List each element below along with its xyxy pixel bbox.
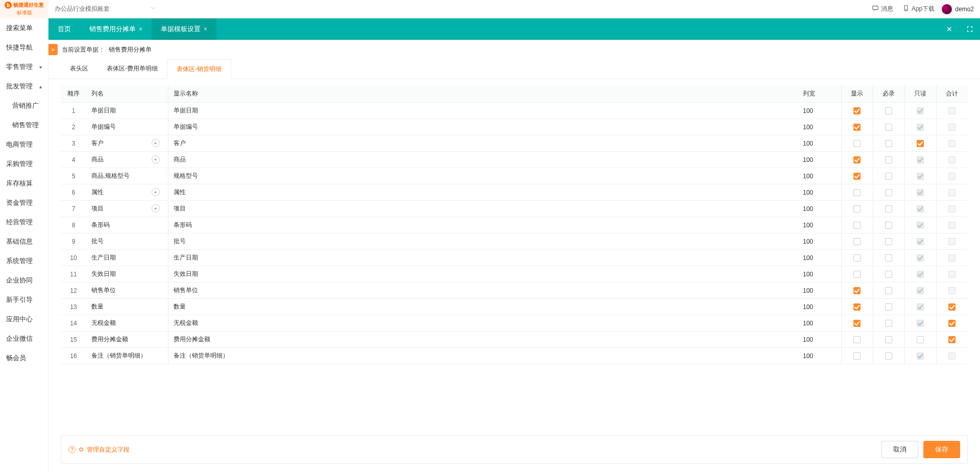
- checkbox[interactable]: [885, 205, 892, 213]
- sidebar-item[interactable]: 销售管理: [0, 115, 48, 135]
- checkbox[interactable]: [853, 271, 861, 278]
- tabs-close-all-button[interactable]: ✕: [939, 18, 960, 40]
- checkbox[interactable]: [885, 320, 892, 327]
- cell-dispname[interactable]: 备注（销货单明细）: [168, 348, 798, 364]
- cell-width[interactable]: 100: [798, 315, 841, 332]
- checkbox[interactable]: [853, 320, 861, 327]
- checkbox[interactable]: [885, 352, 892, 360]
- cell-width[interactable]: 100: [798, 152, 841, 168]
- sidebar-item[interactable]: 零售管理▾: [0, 57, 48, 77]
- sidebar-item[interactable]: 企业协同: [0, 271, 48, 290]
- checkbox[interactable]: [853, 336, 861, 343]
- cell-width[interactable]: 100: [798, 168, 841, 184]
- cell-dispname[interactable]: 客户: [168, 135, 798, 152]
- cell-width[interactable]: 100: [798, 119, 841, 135]
- checkbox[interactable]: [885, 222, 892, 229]
- sidebar-item[interactable]: 应用中心: [0, 310, 48, 329]
- cell-dispname[interactable]: 属性: [168, 184, 798, 201]
- cell-dispname[interactable]: 条形码: [168, 217, 798, 233]
- tab[interactable]: 单据模板设置×: [152, 18, 216, 40]
- cell-width[interactable]: 100: [798, 348, 841, 364]
- cell-dispname[interactable]: 费用分摊金额: [168, 332, 798, 348]
- checkbox[interactable]: [853, 238, 861, 245]
- checkbox[interactable]: [853, 254, 861, 262]
- sidebar-item[interactable]: 畅会员: [0, 348, 48, 368]
- fullscreen-button[interactable]: [960, 18, 980, 40]
- sidebar-item[interactable]: 经营管理: [0, 213, 48, 232]
- cell-width[interactable]: 100: [798, 103, 841, 119]
- messages-button[interactable]: 消息: [872, 5, 893, 13]
- checkbox[interactable]: [853, 287, 861, 294]
- checkbox[interactable]: [853, 124, 861, 131]
- checkbox[interactable]: [885, 107, 892, 114]
- tab[interactable]: 首页: [48, 18, 80, 40]
- cell-width[interactable]: 100: [798, 299, 841, 315]
- cell-width[interactable]: 100: [798, 217, 841, 233]
- close-icon[interactable]: ×: [139, 26, 142, 33]
- checkbox[interactable]: [885, 303, 892, 311]
- sidebar-item[interactable]: 系统管理: [0, 251, 48, 271]
- app-download-button[interactable]: App下载: [902, 5, 935, 13]
- subtab[interactable]: 表体区-销货明细: [167, 59, 231, 79]
- checkbox[interactable]: [853, 352, 861, 360]
- cell-width[interactable]: 100: [798, 184, 841, 201]
- checkbox[interactable]: [853, 222, 861, 229]
- checkbox[interactable]: [948, 303, 955, 311]
- cell-dispname[interactable]: 项目: [168, 201, 798, 217]
- cell-dispname[interactable]: 规格型号: [168, 168, 798, 184]
- cell-width[interactable]: 100: [798, 282, 841, 299]
- expand-icon[interactable]: +: [152, 155, 160, 163]
- expand-icon[interactable]: +: [152, 139, 160, 147]
- checkbox[interactable]: [853, 189, 861, 196]
- checkbox[interactable]: [853, 156, 861, 163]
- checkbox[interactable]: [917, 336, 924, 343]
- sidebar-item[interactable]: 搜索菜单: [0, 18, 48, 38]
- sidebar-item[interactable]: 基础信息: [0, 232, 48, 251]
- checkbox[interactable]: [853, 140, 861, 147]
- cell-dispname[interactable]: 无税金额: [168, 315, 798, 332]
- cell-dispname[interactable]: 失效日期: [168, 266, 798, 282]
- cell-width[interactable]: 100: [798, 233, 841, 250]
- checkbox[interactable]: [885, 173, 892, 180]
- cell-width[interactable]: 100: [798, 266, 841, 282]
- manage-custom-fields-link[interactable]: ? ✿ 管理自定义字段: [68, 445, 130, 454]
- expand-icon[interactable]: +: [152, 188, 160, 196]
- cell-width[interactable]: 100: [798, 201, 841, 217]
- subtab[interactable]: 表头区: [61, 59, 97, 79]
- sidebar-item[interactable]: 电商管理: [0, 135, 48, 154]
- checkbox[interactable]: [885, 254, 892, 262]
- tab[interactable]: 销售费用分摊单×: [80, 18, 152, 40]
- subtab[interactable]: 表体区-费用单明细: [97, 59, 167, 79]
- checkbox[interactable]: [885, 140, 892, 147]
- cell-dispname[interactable]: 数量: [168, 299, 798, 315]
- checkbox[interactable]: [885, 336, 892, 343]
- account-selector[interactable]: 办公品行业模拟账套 ﹀: [55, 5, 157, 13]
- checkbox[interactable]: [885, 124, 892, 131]
- username[interactable]: demo2: [955, 6, 974, 13]
- close-icon[interactable]: ×: [204, 26, 207, 33]
- sidebar-item[interactable]: 库存核算: [0, 174, 48, 193]
- sidebar-item[interactable]: 资金管理: [0, 193, 48, 213]
- checkbox[interactable]: [885, 238, 892, 245]
- sidebar-item[interactable]: 批发管理▴: [0, 77, 48, 96]
- checkbox[interactable]: [917, 140, 924, 147]
- checkbox[interactable]: [853, 205, 861, 213]
- checkbox[interactable]: [948, 336, 955, 343]
- sidebar-item[interactable]: 营销推广: [0, 96, 48, 115]
- checkbox[interactable]: [853, 107, 861, 114]
- checkbox[interactable]: [885, 271, 892, 278]
- checkbox[interactable]: [948, 320, 955, 327]
- cell-width[interactable]: 100: [798, 250, 841, 266]
- avatar[interactable]: [942, 4, 952, 14]
- checkbox[interactable]: [885, 189, 892, 196]
- cell-dispname[interactable]: 单据日期: [168, 103, 798, 119]
- sidebar-item[interactable]: 采购管理: [0, 154, 48, 174]
- checkbox[interactable]: [853, 303, 861, 311]
- sidebar-item[interactable]: 新手引导: [0, 290, 48, 310]
- cell-width[interactable]: 100: [798, 332, 841, 348]
- cell-dispname[interactable]: 商品: [168, 152, 798, 168]
- cell-dispname[interactable]: 销售单位: [168, 282, 798, 299]
- checkbox[interactable]: [853, 173, 861, 180]
- collapse-toggle[interactable]: »: [48, 44, 58, 55]
- checkbox[interactable]: [885, 287, 892, 294]
